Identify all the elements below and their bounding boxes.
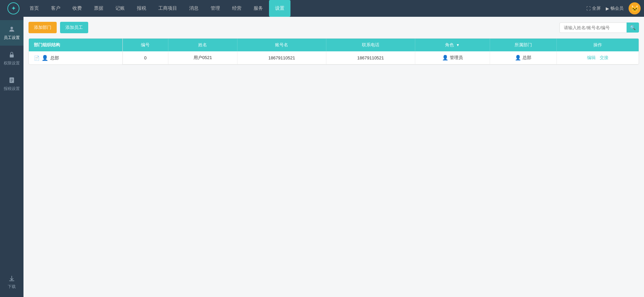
sidebar-item-tax-settings-label: 报税设置 [4,86,20,92]
col-header-phone: 联系电话 [326,39,415,51]
emp-table: 编号 姓名 账号名 联系电话 角 [123,39,639,64]
svg-rect-1 [10,54,14,57]
fullscreen-btn[interactable]: ⛶ 全屏 [586,5,601,11]
role-filter-icon[interactable]: ▼ [456,43,460,47]
nav-items: 首页 客户 收费 票据 记账 报税 工商项目 消息 管理 经营 服务 设置 [23,0,586,17]
sidebar-item-permissions[interactable]: 权限设置 [0,46,23,71]
table-row: 0 用户0521 18679110521 18679110521 👤 管理员 [123,51,639,64]
sidebar: 员工设置 权限设置 报税设置 [0,17,23,297]
folder-icon: 📄 [34,55,40,61]
nav-right: ⛶ 全屏 ▶ 畅会员 🐱 [586,2,641,14]
sidebar-item-tax-settings[interactable]: 报税设置 [0,71,23,97]
col-header-role[interactable]: 角色 ▼ [415,39,490,51]
nav-accounting[interactable]: 记账 [109,0,131,17]
dept-user-icon: 👤 [515,55,521,61]
table-area: 部门组织结构 📄 👤 总部 编号 姓 [29,38,639,65]
dept-user-icon: 👤 [42,55,48,61]
sidebar-download[interactable]: 下载 [0,270,23,294]
top-navigation: ✦ 首页 客户 收费 票据 记账 报税 工商项目 消息 管理 经营 服务 设置 … [0,0,644,17]
col-header-account: 账号名 [237,39,326,51]
search-input[interactable] [559,22,627,33]
download-icon [8,275,16,283]
search-box: 🔍 [559,22,639,33]
sidebar-item-employee-label: 员工设置 [4,35,20,41]
col-header-action: 操作 [556,39,639,51]
edit-action-link[interactable]: 编辑 [587,55,596,60]
employee-icon [8,25,16,33]
nav-bill[interactable]: 票据 [88,0,109,17]
nav-fee[interactable]: 收费 [66,0,88,17]
search-button[interactable]: 🔍 [627,22,639,33]
vip-label: 畅会员 [610,5,624,11]
col-header-name: 姓名 [168,39,237,51]
main-layout: 员工设置 权限设置 报税设置 [0,17,644,297]
sidebar-bottom: 下载 [0,270,23,297]
col-header-id: 编号 [123,39,168,51]
dept-tree-item-general[interactable]: 📄 👤 总部 [29,51,122,64]
dept-name: 总部 [50,55,59,61]
logo: ✦ [3,0,23,17]
cell-actions: 编辑 交接 [556,51,639,64]
nav-message[interactable]: 消息 [183,0,205,17]
nav-operation[interactable]: 经营 [226,0,248,17]
nav-business[interactable]: 工商项目 [152,0,183,17]
permissions-icon [8,51,16,59]
logo-icon: ✦ [7,2,19,14]
role-user-icon: 👤 [442,55,448,61]
cell-phone: 18679110521 [326,51,415,64]
svg-point-0 [10,27,13,29]
cell-id: 0 [123,51,168,64]
avatar[interactable]: 🐱 [629,2,641,14]
add-dept-button[interactable]: 添加部门 [29,22,57,33]
sidebar-item-permissions-label: 权限设置 [4,60,20,66]
nav-customer[interactable]: 客户 [45,0,66,17]
content-area: 添加部门 添加员工 🔍 部门组织结构 📄 👤 总部 [23,17,644,297]
download-label: 下载 [8,284,16,290]
nav-settings[interactable]: 设置 [269,0,290,17]
dept-badge: 👤 总部 [515,55,531,61]
role-badge: 👤 管理员 [442,55,463,61]
nav-manage[interactable]: 管理 [205,0,226,17]
handover-action-link[interactable]: 交接 [600,55,608,60]
search-icon: 🔍 [630,25,636,30]
fullscreen-label: 全屏 [592,5,601,11]
cell-role: 👤 管理员 [415,51,490,64]
role-value: 管理员 [450,55,463,61]
cell-account: 18679110521 [237,51,326,64]
nav-service[interactable]: 服务 [248,0,269,17]
cell-name: 用户0521 [168,51,237,64]
dept-tree: 部门组织结构 📄 👤 总部 [29,39,123,64]
nav-tax[interactable]: 报税 [131,0,152,17]
tax-settings-icon [8,76,16,84]
nav-home[interactable]: 首页 [23,0,45,17]
toolbar: 添加部门 添加员工 🔍 [29,22,639,33]
vip-icon: ▶ [606,6,609,11]
sidebar-item-employee[interactable]: 员工设置 [0,20,23,46]
cell-department: 👤 总部 [490,51,556,64]
vip-btn[interactable]: ▶ 畅会员 [606,5,624,11]
dept-value: 总部 [523,55,531,61]
col-header-department: 所属部门 [490,39,556,51]
fullscreen-icon: ⛶ [586,6,591,11]
dept-tree-header: 部门组织结构 [29,39,122,51]
add-emp-button[interactable]: 添加员工 [60,22,88,33]
